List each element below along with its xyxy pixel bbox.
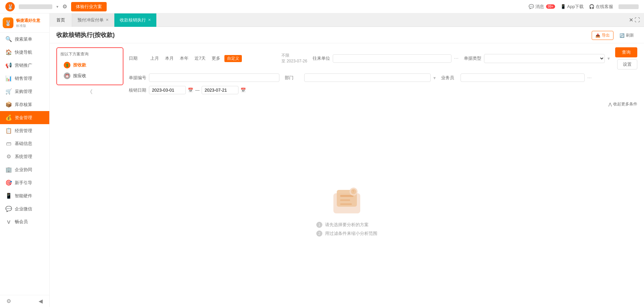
sidebar-label-operation: 经营管理 [15, 128, 32, 134]
sidebar-logo-icon: 🐰 [3, 17, 13, 28]
sidebar-item-inventory[interactable]: 📦 库存核算 [0, 98, 49, 111]
date-unlimit-to: 至 2023-07-26 [281, 58, 307, 64]
tab-fullscreen-button[interactable]: ⛶ [635, 17, 640, 23]
date-btn-7days[interactable]: 近7天 [193, 55, 208, 62]
dept-input[interactable] [304, 73, 430, 82]
by-receipt-icon: 💲 [64, 62, 70, 68]
sidebar-label-basic-info: 基础信息 [15, 141, 32, 147]
tabbar-actions: ✕ ⛶ [625, 17, 644, 23]
date-btn-more[interactable]: 更多 [210, 55, 222, 62]
employee-more-icon[interactable]: ··· [587, 75, 592, 81]
content-area: 首页 预付冲应付单 ✕ 收款核销执行 ✕ ✕ ⛶ 收款核销执行(按收款) [50, 13, 644, 307]
settings-button[interactable]: 设置 [617, 59, 637, 69]
operation-icon: 📋 [5, 127, 12, 134]
collapse-more-icon: ⋀ [608, 102, 612, 107]
tab-receipt-writeoff[interactable]: 收款核销执行 ✕ [114, 13, 157, 27]
refresh-label: 刷新 [626, 33, 634, 38]
online-service-item[interactable]: 🎧 在线客服 [589, 4, 613, 10]
basic-info-icon: 🗃 [5, 141, 12, 147]
sidebar-settings-icon[interactable]: ⚙ [5, 298, 12, 304]
refresh-button[interactable]: 🔄 刷新 [616, 31, 637, 40]
sidebar-label-wechat: 企业微信 [15, 206, 32, 212]
doc-no-input[interactable] [149, 73, 279, 82]
counterparty-input[interactable] [333, 54, 451, 63]
purchase-icon: 🛒 [5, 88, 12, 95]
sidebar-item-enterprise[interactable]: 🏢 企业协同 [0, 163, 49, 176]
brand-chevron-icon[interactable]: ▾ [56, 4, 58, 9]
collapse-more-button[interactable]: ⋀ 收起更多条件 [608, 101, 637, 107]
brand-name [19, 4, 52, 9]
writeoff-date-end-calendar-icon[interactable]: 📅 [240, 88, 246, 93]
tab-prepay[interactable]: 预付冲应付单 ✕ [72, 13, 114, 27]
writeoff-date-start-calendar-icon[interactable]: 📅 [188, 88, 193, 93]
export-button[interactable]: 📤 导出 [592, 31, 613, 40]
app-download-item[interactable]: 📱 App下载 [560, 4, 584, 10]
user-name[interactable] [619, 4, 639, 9]
date-label: 日期 [129, 55, 146, 61]
topbar-right: 💬 消息 99+ 📱 App下载 🎧 在线客服 [529, 4, 639, 10]
guide-icon: 🎯 [5, 180, 12, 186]
empty-illustration: ? [327, 183, 367, 218]
sidebar-label-member: 畅会员 [15, 219, 28, 225]
date-btn-custom[interactable]: 自定义 [224, 55, 242, 62]
date-btn-this-year[interactable]: 本年 [178, 55, 191, 62]
by-receivable-icon: ⏰ [64, 72, 70, 79]
tip-text-2: 用过滤条件来缩小分析范围 [325, 231, 377, 237]
sidebar-item-member[interactable]: V 畅会员 [0, 215, 49, 228]
sidebar-item-operation[interactable]: 📋 经营管理 [0, 124, 49, 137]
writeoff-date-start-input[interactable] [149, 86, 186, 94]
collapse-filter-panel-button[interactable]: 《 [86, 88, 94, 96]
sidebar-item-purchase[interactable]: 🛒 采购管理 [0, 85, 49, 98]
date-options: 上月 本月 本年 近7天 更多 自定义 [148, 55, 242, 62]
tab-home[interactable]: 首页 [50, 13, 72, 27]
filter-option-by-receivable[interactable]: ⏰ 按应收 [60, 70, 119, 81]
filter-row-2: 单据编号 部门 ▾ 业务员 ··· [129, 73, 637, 82]
query-button[interactable]: 查询 [615, 47, 637, 57]
wechat-icon: 💬 [5, 206, 12, 212]
sidebar-item-sales[interactable]: 📊 销售管理 [0, 72, 49, 85]
date-btn-last-month[interactable]: 上月 [148, 55, 161, 62]
sidebar-item-basic-info[interactable]: 🗃 基础信息 [0, 137, 49, 150]
sidebar-item-quick-nav[interactable]: 🏠 快捷导航 [0, 46, 49, 59]
sidebar-item-hardware[interactable]: 📱 智能硬件 [0, 189, 49, 202]
tab-close-all-button[interactable]: ✕ [629, 17, 633, 23]
filter-option-by-receipt[interactable]: 💲 按收款 [60, 60, 119, 70]
dept-arrow-icon: ▾ [433, 75, 436, 81]
message-item[interactable]: 💬 消息 99+ [529, 4, 555, 10]
tab-receipt-writeoff-close-icon[interactable]: ✕ [148, 18, 151, 22]
solution-button[interactable]: 体验行业方案 [71, 2, 107, 11]
counterparty-more-icon[interactable]: ··· [454, 55, 459, 61]
quick-nav-icon: 🏠 [5, 49, 12, 55]
sidebar-item-finance[interactable]: 💰 资金管理 [0, 111, 49, 124]
svg-rect-3 [340, 199, 350, 201]
member-icon: V [5, 219, 12, 225]
topbar: 🐰 ▾ ⚙ 体验行业方案 💬 消息 99+ 📱 App下载 🎧 在线客服 [0, 0, 644, 13]
sidebar-item-marketing[interactable]: 📢 营销推广 [0, 59, 49, 72]
main-layout: 🐰 畅捷通好生意 标准版 🔍 搜索菜单 🏠 快捷导航 📢 营销推广 📊 销售管理… [0, 13, 644, 307]
sidebar-bottom: ⚙ ◀ [0, 295, 49, 307]
export-label: 导出 [602, 33, 610, 38]
topbar-gear-icon[interactable]: ⚙ [62, 3, 67, 10]
page-title: 收款核销执行(按收款) [56, 31, 115, 39]
employee-input[interactable] [461, 73, 585, 82]
sidebar-label-system: 系统管理 [15, 154, 32, 160]
logo-icon: 🐰 [5, 2, 15, 11]
sidebar: 🐰 畅捷通好生意 标准版 🔍 搜索菜单 🏠 快捷导航 📢 营销推广 📊 销售管理… [0, 13, 50, 307]
writeoff-date-end-input[interactable] [202, 86, 238, 94]
filter-scheme-panel: 按以下方案查询 💲 按收款 ⏰ 按应收 《 [56, 47, 123, 96]
app-label: App下载 [567, 4, 584, 10]
date-unlimit-info: 不限 至 2023-07-26 [281, 53, 307, 64]
tab-prepay-label: 预付冲应付单 [77, 17, 104, 23]
sidebar-item-guide[interactable]: 🎯 新手引导 [0, 176, 49, 189]
app-icon: 📱 [560, 4, 566, 9]
sidebar-collapse-icon[interactable]: ◀ [37, 298, 44, 304]
collapse-more-section: ⋀ 收起更多条件 [56, 100, 637, 108]
sidebar-item-search-menu[interactable]: 🔍 搜索菜单 [0, 33, 49, 46]
date-btn-this-month[interactable]: 本月 [163, 55, 176, 62]
sidebar-item-system[interactable]: ⚙ 系统管理 [0, 150, 49, 163]
sidebar-item-wechat[interactable]: 💬 企业微信 [0, 202, 49, 215]
search-menu-icon: 🔍 [5, 36, 12, 42]
tabbar: 首页 预付冲应付单 ✕ 收款核销执行 ✕ ✕ ⛶ [50, 13, 644, 27]
doc-type-select[interactable] [484, 54, 605, 63]
tab-prepay-close-icon[interactable]: ✕ [106, 18, 109, 22]
